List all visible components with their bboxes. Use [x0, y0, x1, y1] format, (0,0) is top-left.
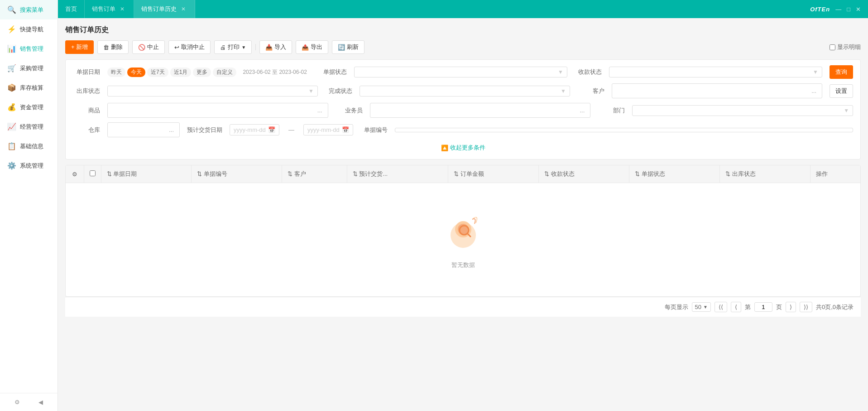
- tab-sales-order[interactable]: 销售订单 ✕: [85, 0, 134, 18]
- table-header-bill-status[interactable]: ⇅ 单据状态: [629, 165, 720, 183]
- sidebar-collapse-icon[interactable]: ◀: [38, 399, 43, 406]
- payment-status-select[interactable]: ▼: [609, 67, 822, 77]
- new-button[interactable]: + 新增: [65, 40, 94, 54]
- page-title: 销售订单历史: [65, 25, 861, 35]
- date-pill-today[interactable]: 今天: [127, 68, 145, 77]
- prev-page-button[interactable]: ⟨: [731, 302, 741, 312]
- bill-date-col-label: ⇅ 单据日期: [107, 170, 137, 177]
- date-pill-1month[interactable]: 近1月: [170, 68, 192, 77]
- refresh-button[interactable]: 🔄 刷新: [332, 40, 364, 54]
- tab-sales-order-close[interactable]: ✕: [118, 5, 126, 13]
- sidebar-item-label: 快捷导航: [20, 25, 43, 34]
- department-select[interactable]: ▼: [632, 105, 853, 116]
- tab-sales-order-label: 销售订单: [92, 5, 115, 13]
- salesperson-input-area[interactable]: ...: [370, 103, 591, 118]
- sidebar-item-sales[interactable]: 📊 销售管理: [0, 39, 58, 58]
- date-pill-custom[interactable]: 自定义: [213, 68, 236, 77]
- last-page-button[interactable]: ⟩⟩: [800, 302, 812, 312]
- complete-status-select[interactable]: ▼: [360, 86, 570, 97]
- warehouse-label: 仓库: [73, 126, 100, 134]
- date-filter-value: 昨天 今天 近7天 近1月 更多 自定义 2023-06-02 至 2023-0…: [107, 68, 312, 77]
- delete-icon: 🗑: [103, 44, 109, 51]
- complete-status-label: 完成状态: [325, 87, 352, 95]
- sidebar-item-inventory[interactable]: 📦 库存核算: [0, 78, 58, 97]
- sidebar-item-finance[interactable]: 💰 资金管理: [0, 97, 58, 117]
- calendar-to-icon[interactable]: 📅: [342, 126, 349, 133]
- settings-button[interactable]: 设置: [830, 84, 853, 98]
- print-button[interactable]: 🖨 打印 ▼: [214, 40, 252, 54]
- bill-number-col-label: ⇅ 单据编号: [197, 170, 227, 177]
- warehouse-input-area[interactable]: ...: [107, 122, 180, 137]
- cancel-stop-button[interactable]: ↩ 取消中止: [168, 40, 211, 54]
- collapse-row[interactable]: 🔼 收起更多条件: [73, 142, 853, 154]
- select-all-checkbox[interactable]: [90, 170, 96, 176]
- sidebar-item-system[interactable]: ⚙️ 系统管理: [0, 156, 58, 175]
- topbar-right: OfTEn — □ ✕: [810, 6, 868, 13]
- collapse-up-icon: 🔼: [441, 145, 448, 151]
- table-header-checkbox[interactable]: [84, 165, 101, 183]
- sidebar-settings-icon[interactable]: ⚙: [14, 399, 20, 406]
- stop-button[interactable]: 🚫 中止: [132, 40, 165, 54]
- tab-sales-order-history-close[interactable]: ✕: [179, 5, 187, 13]
- table-header-bill-date[interactable]: ⇅ 单据日期: [101, 165, 192, 183]
- date-range-display: 2023-06-02 至 2023-06-02: [243, 68, 307, 76]
- filter-row-1: 单据日期 昨天 今天 近7天 近1月 更多 自定义 2023-06-02 至 2…: [73, 65, 853, 79]
- window-minimize-icon[interactable]: —: [835, 6, 841, 13]
- expected-date-from-text: yyyy-mm-dd: [234, 126, 266, 133]
- delete-button[interactable]: 🗑 删除: [97, 40, 129, 54]
- page-size-select[interactable]: 50 ▼: [692, 302, 711, 312]
- export-button[interactable]: 📤 导出: [296, 40, 328, 54]
- purchase-icon: 🛒: [7, 64, 16, 73]
- delivery-status-select[interactable]: ▼: [107, 86, 318, 97]
- sidebar-item-search-menu[interactable]: 🔍 搜索菜单: [0, 0, 58, 19]
- display-detail-checkbox-label[interactable]: 显示明细: [830, 43, 861, 51]
- customer-more-icon[interactable]: ...: [810, 86, 818, 96]
- window-maximize-icon[interactable]: □: [847, 6, 850, 13]
- table-header-bill-number[interactable]: ⇅ 单据编号: [192, 165, 282, 183]
- customer-input-area[interactable]: ...: [612, 83, 822, 98]
- window-close-icon[interactable]: ✕: [856, 6, 861, 13]
- first-page-button[interactable]: ⟨⟨: [715, 302, 727, 312]
- next-page-button[interactable]: ⟩: [786, 302, 796, 312]
- date-pill-yesterday[interactable]: 昨天: [107, 68, 125, 77]
- table-header-customer[interactable]: ⇅ 客户: [282, 165, 347, 183]
- table-header-delivery-status[interactable]: ⇅ 出库状态: [720, 165, 810, 183]
- sidebar-item-basic[interactable]: 📋 基础信息: [0, 136, 58, 156]
- sidebar-item-label: 基础信息: [20, 142, 43, 150]
- filter-row-3: 商品 ... 业务员 ... 部门 ▼: [73, 103, 853, 118]
- department-label: 部门: [598, 106, 625, 115]
- customer-col-label: ⇅ 客户: [288, 170, 306, 177]
- topbar: 首页 销售订单 ✕ 销售订单历史 ✕ OfTEn — □ ✕: [58, 0, 868, 18]
- page-number-input[interactable]: [754, 302, 772, 312]
- table-header-settings[interactable]: ⚙: [66, 165, 84, 183]
- tab-home[interactable]: 首页: [58, 0, 85, 18]
- product-more-icon[interactable]: ...: [316, 105, 324, 116]
- basic-icon: 📋: [7, 142, 16, 150]
- expected-date-to[interactable]: yyyy-mm-dd 📅: [303, 124, 353, 135]
- sidebar-item-label: 系统管理: [20, 162, 43, 170]
- table-header-payment-status[interactable]: ⇅ 收款状态: [539, 165, 629, 183]
- sidebar-item-quick-nav[interactable]: ⚡ 快捷导航: [0, 19, 58, 39]
- empty-state: 暂无数据: [66, 183, 860, 296]
- calendar-from-icon[interactable]: 📅: [268, 126, 275, 133]
- sidebar-item-purchase[interactable]: 🛒 采购管理: [0, 58, 58, 78]
- empty-icon: [441, 210, 486, 256]
- import-button[interactable]: 📥 导入: [259, 40, 292, 54]
- warehouse-more-icon[interactable]: ...: [167, 125, 176, 135]
- salesperson-more-icon[interactable]: ...: [578, 105, 587, 116]
- bill-number-input[interactable]: [395, 128, 853, 132]
- bill-status-select[interactable]: ▼: [354, 67, 567, 77]
- product-input-area[interactable]: ...: [107, 103, 328, 118]
- sidebar-item-operation[interactable]: 📈 经营管理: [0, 117, 58, 136]
- table-header-row: ⚙ ⇅ 单据日期 ⇅ 单据编号 ⇅ 客户: [66, 165, 860, 183]
- date-pill-more[interactable]: 更多: [193, 68, 211, 77]
- tab-sales-order-history[interactable]: 销售订单历史 ✕: [134, 0, 195, 18]
- display-detail-checkbox[interactable]: [830, 44, 835, 50]
- table-header-order-amount[interactable]: ⇅ 订单金额: [448, 165, 539, 183]
- table-header-expected-delivery[interactable]: ⇅ 预计交货...: [347, 165, 448, 183]
- expected-date-from[interactable]: yyyy-mm-dd 📅: [230, 124, 279, 135]
- quick-nav-icon: ⚡: [7, 25, 16, 34]
- payment-status-label: 收款状态: [575, 68, 602, 76]
- search-button[interactable]: 查询: [830, 65, 853, 79]
- date-pill-7days[interactable]: 近7天: [147, 68, 168, 77]
